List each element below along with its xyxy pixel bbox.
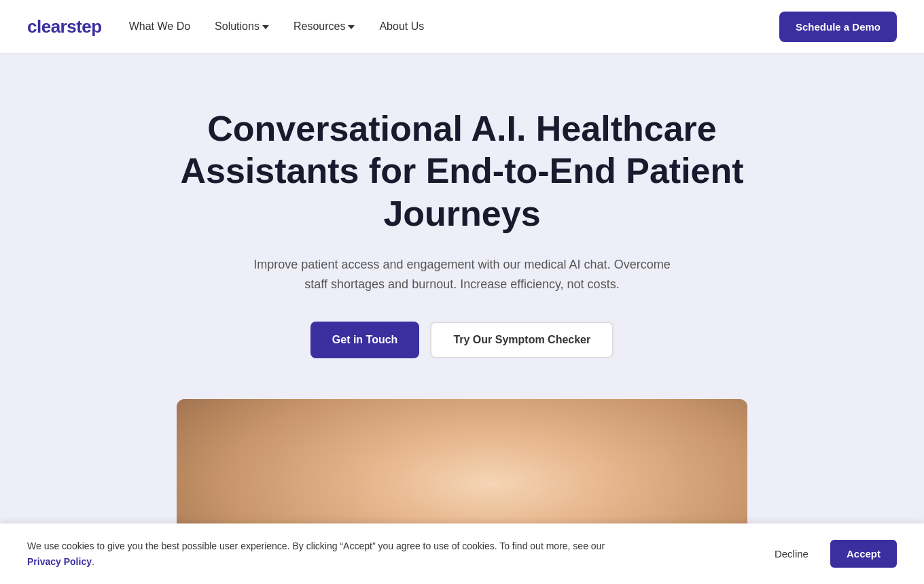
navbar: clearstep What We Do Solutions Resources…: [0, 0, 924, 53]
accept-button[interactable]: Accept: [830, 540, 897, 568]
hero-buttons: Get in Touch Try Our Symptom Checker: [27, 322, 897, 358]
hero-title: Conversational A.I. Healthcare Assistant…: [156, 107, 768, 235]
brand-logo[interactable]: clearstep: [27, 16, 102, 37]
nav-link-resources[interactable]: Resources: [294, 20, 355, 33]
cookie-text: We use cookies to give you the best poss…: [27, 538, 611, 569]
chevron-down-icon: [262, 25, 269, 29]
symptom-checker-button[interactable]: Try Our Symptom Checker: [430, 322, 614, 358]
cookie-buttons: Decline Accept: [761, 540, 897, 568]
nav-link-what-we-do[interactable]: What We Do: [129, 20, 190, 32]
hero-section: Conversational A.I. Healthcare Assistant…: [0, 53, 924, 584]
cookie-text-part2: .: [92, 556, 94, 567]
get-in-touch-button[interactable]: Get in Touch: [310, 322, 420, 358]
cookie-banner: We use cookies to give you the best poss…: [0, 523, 924, 584]
decline-button[interactable]: Decline: [761, 540, 822, 568]
nav-link-solutions[interactable]: Solutions: [215, 20, 269, 33]
nav-item-about-us[interactable]: About Us: [379, 20, 424, 33]
nav-item-what-we-do[interactable]: What We Do: [129, 20, 190, 33]
nav-item-resources[interactable]: Resources: [294, 20, 355, 33]
nav-link-about-us[interactable]: About Us: [379, 20, 424, 32]
hero-subtitle: Improve patient access and engagement wi…: [251, 255, 673, 294]
chevron-down-icon: [348, 25, 355, 29]
nav-links: What We Do Solutions Resources About Us: [129, 20, 425, 33]
nav-item-solutions[interactable]: Solutions: [215, 20, 269, 33]
cookie-text-part1: We use cookies to give you the best poss…: [27, 540, 605, 551]
schedule-demo-button[interactable]: Schedule a Demo: [779, 12, 897, 42]
privacy-policy-link[interactable]: Privacy Policy: [27, 556, 92, 567]
